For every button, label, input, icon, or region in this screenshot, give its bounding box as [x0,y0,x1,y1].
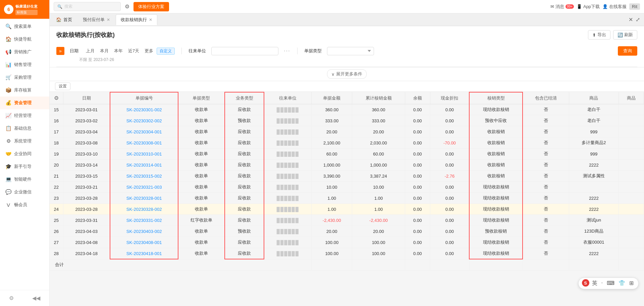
page-header: 收款核销执行(按收款) ⬆ 导出 🔄 刷新 » 日期 [50,26,644,67]
cell-product2 [619,115,644,126]
cell-date: 2023-03-04 [63,126,110,137]
tab-collection-close[interactable]: ✕ [149,17,152,22]
cell-docno: SK-20230304-001 [110,126,178,137]
filter-toggle-btn[interactable]: » [56,47,64,55]
sidebar-item-finance[interactable]: 💰资金管理 [0,97,49,109]
sidebar-icon-finance: 💰 [5,100,11,106]
sidebar-item-search[interactable]: 🔍搜索菜单 [0,20,49,33]
cell-include-settled: 否 [523,237,569,248]
close-window-icon[interactable]: ✕ [629,16,633,23]
totals-include [523,259,569,270]
cell-num: 22 [50,182,63,193]
sidebar-item-basic[interactable]: 📋基础信息 [0,122,49,135]
doc-no-link[interactable]: SK-20230331-002 [126,218,162,223]
sidebar-item-marketing[interactable]: 📢营销推广 [0,46,49,58]
doc-no-link[interactable]: SK-20230308-001 [126,140,162,145]
english-icon[interactable]: 英 [591,279,599,288]
last-month-btn[interactable]: 上月 [84,47,97,55]
tab-prepay-close[interactable]: ✕ [107,17,110,22]
sidebar-item-member[interactable]: V畅会员 [0,198,49,211]
settings-gear-icon[interactable]: ⚙ [125,3,129,10]
cell-date: 2023-04-03 [63,226,110,237]
doc-no-link[interactable]: SK-20230302-002 [126,118,162,123]
cell-partner: ██████ [264,126,311,137]
notification-btn[interactable]: ✉ 消息 99+ [550,4,574,10]
sidebar-item-guide[interactable]: 🎓新手引导 [0,160,49,173]
sidebar-icon-search: 🔍 [5,23,11,29]
cell-partner: ██████ [264,248,311,259]
this-year-btn[interactable]: 本年 [112,47,125,55]
totals-verifytype [469,259,523,270]
table-row: 16 2023-03-02 SK-20230302-002 收款单 预收款 ██… [50,115,644,126]
export-btn[interactable]: ⬆ 导出 [588,30,610,40]
doc-no-link[interactable]: SK-20230328-002 [126,207,162,212]
doc-no-link[interactable]: SK-20230321-003 [126,185,162,190]
cell-balance: 0.00 [405,226,430,237]
settings-icon[interactable]: ⚙ [7,293,16,303]
doc-no-link[interactable]: SK-20230418-001 [126,251,162,256]
sidebar-item-operations[interactable]: 📈经营管理 [0,109,49,122]
solution-btn[interactable]: 体验行业方案 [133,2,169,11]
mic-icon[interactable]: · [600,279,604,288]
cell-date: 2023-04-18 [63,248,110,259]
sidebar-icon-quicknav: 🏠 [5,36,11,42]
cell-doctype: 收款单 [178,137,225,148]
cell-docno: SK-20230315-002 [110,171,178,182]
sidebar-item-quicknav[interactable]: 🏠快捷导航 [0,33,49,46]
custom-date-btn[interactable]: 自定义 [157,48,175,55]
col-settings-icon[interactable]: ⚙ [54,95,59,101]
sidebar-item-purchase[interactable]: 🛒采购管理 [0,71,49,84]
cell-doctype: 收款单 [178,204,225,215]
filter-dots[interactable]: ··· [284,48,290,54]
cell-balance: 0.00 [405,204,430,215]
cell-product1: 老白干 [569,104,619,115]
expand-conditions-btn[interactable]: ∨ 展开更多条件 [327,69,367,79]
doc-no-link[interactable]: SK-20230301-002 [126,107,162,112]
refresh-btn[interactable]: 🔄 刷新 [613,30,637,40]
doc-no-link[interactable]: SK-20230314-001 [126,163,162,168]
tab-prepay[interactable]: 预付应付单 ✕ [78,14,115,25]
app-download-btn[interactable]: 📱 App下载 [577,4,600,10]
shirt-icon[interactable]: 👕 [617,279,627,288]
doc-no-link[interactable]: SK-20230408-001 [126,240,162,245]
this-month-btn[interactable]: 本月 [98,47,111,55]
doc-no-link[interactable]: SK-20230304-001 [126,129,162,134]
main-area: 🔍 搜索 ⚙ 体验行业方案 ✉ 消息 99+ 📱 App下载 👤 在线客服 Ri… [50,0,644,306]
cell-product1: 测试jun [569,215,619,226]
cell-settled: 20.00 [352,226,405,237]
cell-include-settled: 否 [523,126,569,137]
table-settings-btn[interactable]: 设置 [55,82,70,90]
keyboard-icon[interactable]: ⌨ [605,279,616,288]
cell-doctype: 红字收款单 [178,215,225,226]
cell-discount: 0.00 [430,160,469,171]
sidebar-item-enterprise[interactable]: 🤝企业协同 [0,147,49,160]
doc-no-link[interactable]: SK-20230315-002 [126,174,162,179]
tab-home[interactable]: 🏠 首页 [51,14,77,25]
sidebar-item-hardware[interactable]: 💻智能硬件 [0,173,49,186]
tab-collection[interactable]: 收款核销执行 ✕ [116,14,157,25]
cell-partner: ██████ [264,171,311,182]
sidebar-item-system[interactable]: ⚙系统管理 [0,135,49,147]
sidebar-item-wechat[interactable]: 💬企业微信 [0,186,49,198]
doc-no-link[interactable]: SK-20230310-001 [126,151,162,157]
expand-window-icon[interactable]: ⤢ [636,16,640,23]
doc-no-link[interactable]: SK-20230328-001 [126,196,162,201]
more-dates-btn[interactable]: 更多 [143,47,155,55]
sidebar-item-sales[interactable]: 📊销售管理 [0,58,49,71]
partner-filter-label: 往来单位 [189,48,206,54]
doc-no-link[interactable]: SK-20230403-002 [126,229,162,234]
grid-icon[interactable]: ⊞ [628,279,635,288]
cell-discount: 0.00 [430,126,469,137]
online-support-btn[interactable]: 👤 在线客服 [602,4,627,10]
voucher-type-select[interactable] [327,47,374,55]
cell-include-settled: 否 [523,248,569,259]
sidebar-item-inventory[interactable]: 📦库存核算 [0,84,49,97]
last-7days-btn[interactable]: 近7天 [126,47,141,55]
cell-docno: SK-20230328-001 [110,193,178,204]
collapse-icon[interactable]: ◀◀ [30,293,42,303]
cell-settled: -2,430.00 [352,215,405,226]
cell-doctype: 收款单 [178,126,225,137]
cell-product2 [619,215,644,226]
query-btn[interactable]: 查询 [618,46,637,56]
partner-input[interactable] [211,47,278,55]
